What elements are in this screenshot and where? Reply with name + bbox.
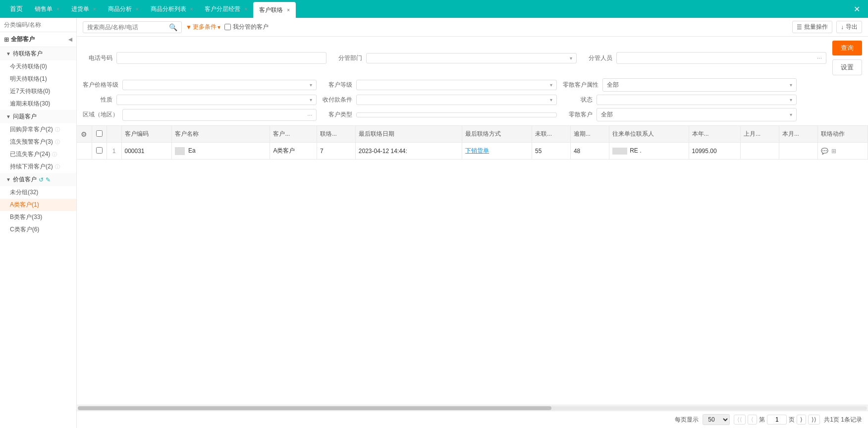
table-gear-icon[interactable]: ⚙ xyxy=(81,130,87,138)
declining-customers[interactable]: 持续下滑客户(2) ⓘ xyxy=(0,160,76,173)
export-button[interactable]: ↓ 导出 xyxy=(836,21,862,33)
row-name: Ea xyxy=(171,143,270,160)
customer-level-select[interactable]: ▾ xyxy=(356,80,556,90)
row-checkbox[interactable] xyxy=(96,147,103,154)
a-class-customers[interactable]: A类客户(1) xyxy=(0,199,76,211)
app-close-button[interactable]: ✕ xyxy=(850,4,864,14)
value-customers-section[interactable]: ▼ 价值客户 ↺ ✎ xyxy=(0,173,76,186)
region-dots-icon[interactable]: ··· xyxy=(307,111,312,118)
person-dots-icon[interactable]: ··· xyxy=(817,54,822,61)
price-grade-select[interactable]: ▾ xyxy=(122,80,317,90)
scroll-track xyxy=(78,406,867,410)
settings-button[interactable]: 设置 xyxy=(832,59,862,75)
payment-dropdown-icon: ▾ xyxy=(550,97,552,103)
today-pending[interactable]: 今天待联络(0) xyxy=(0,60,76,73)
name-avatar xyxy=(175,147,185,155)
tomorrow-pending[interactable]: 明天待联络(1) xyxy=(0,73,76,85)
table-wrapper[interactable]: ⚙ 客户编码 客户名称 客户... 联络... 最后联络日期 最后联络方式 xyxy=(77,126,868,405)
unclassified-group[interactable]: 未分组(32) xyxy=(0,186,76,199)
last-page-button[interactable]: ⟩⟩ xyxy=(808,415,820,425)
refresh-icon[interactable]: ↺ xyxy=(39,176,44,183)
customer-level-filter: 客户等级 ▾ xyxy=(323,80,556,90)
tab-product-analysis[interactable]: 商品分析 × xyxy=(102,0,145,18)
info-icon-2: ⓘ xyxy=(55,139,60,146)
payment-select[interactable]: ▾ xyxy=(356,95,556,105)
region-filter: 区域（地区） ··· xyxy=(83,109,317,121)
nature-dropdown-icon: ▾ xyxy=(310,97,312,103)
chat-icon[interactable]: 💬 xyxy=(821,148,828,155)
tab-customer-contact[interactable]: 客户联络 × xyxy=(253,2,296,18)
sidebar-search-input[interactable] xyxy=(4,21,77,28)
section-arrow-3: ▼ xyxy=(6,177,11,182)
c-class-customers[interactable]: C类客户(6) xyxy=(0,223,76,236)
row-contact: 7 xyxy=(317,143,355,160)
payment-filter: 收付款条件 ▾ xyxy=(323,95,556,105)
retail-attr-select[interactable]: 全部 ▾ xyxy=(602,78,797,92)
retail-customer-dropdown-icon: ▾ xyxy=(790,112,792,117)
close-customer-layered-tab[interactable]: × xyxy=(244,6,247,12)
nature-select[interactable]: ▾ xyxy=(116,95,317,105)
select-all-checkbox[interactable] xyxy=(96,130,103,137)
first-page-button[interactable]: ⟨⟨ xyxy=(734,415,746,425)
tab-sales[interactable]: 销售单 × xyxy=(29,0,65,18)
close-customer-contact-tab[interactable]: × xyxy=(287,7,290,13)
search-box: 🔍 xyxy=(83,21,182,33)
info-icon-1: ⓘ xyxy=(55,126,60,133)
close-product-list-tab[interactable]: × xyxy=(190,6,193,12)
tab-customer-layered[interactable]: 客户分层经营 × xyxy=(199,0,253,18)
filter-row-4: 区域（地区） ··· 客户类型 零散客户 全部 ▾ xyxy=(83,108,862,121)
person-select[interactable]: ··· xyxy=(616,52,826,64)
more-filters-button[interactable]: ▼ 更多条件 ▾ xyxy=(186,23,220,31)
pagination-nav: ⟨⟨ ⟨ 第 页 ⟩ ⟩⟩ xyxy=(734,415,820,425)
search-input[interactable] xyxy=(87,24,167,31)
row-no-contact: 55 xyxy=(532,143,571,160)
page-size-select[interactable]: 50 100 200 xyxy=(703,414,730,425)
page-input[interactable] xyxy=(767,415,787,425)
my-customers-checkbox[interactable] xyxy=(224,24,231,30)
all-customers-header[interactable]: ⊞ 全部客户 ◀ xyxy=(0,32,76,47)
retail-customer-select[interactable]: 全部 ▾ xyxy=(597,108,797,121)
status-select[interactable]: ▾ xyxy=(597,95,797,105)
repurchase-abnormal[interactable]: 回购异常客户(2) ⓘ xyxy=(0,123,76,136)
col-last-month: 上月... xyxy=(741,126,779,143)
scroll-thumb[interactable] xyxy=(78,406,551,410)
horizontal-scrollbar[interactable] xyxy=(77,405,868,411)
row-last-method[interactable]: 下销货单 xyxy=(462,143,532,160)
company-contact-avatar xyxy=(612,148,627,155)
home-tab[interactable]: 首页 xyxy=(4,4,29,13)
row-company-contact: RE . xyxy=(609,143,689,160)
prev-page-button[interactable]: ⟨ xyxy=(748,415,757,425)
phone-input[interactable] xyxy=(116,52,326,64)
customer-type-select[interactable] xyxy=(356,112,556,117)
overdue-contact[interactable]: 逾期未联络(30) xyxy=(0,98,76,110)
b-class-customers[interactable]: B类客户(33) xyxy=(0,211,76,223)
phone-filter: 电话号码 xyxy=(83,52,326,64)
region-select[interactable]: ··· xyxy=(122,109,317,121)
advanced-filter: 电话号码 分管部门 ▾ 分管人员 ··· xyxy=(77,37,868,126)
grid-icon: ⊞ xyxy=(4,36,9,43)
col-contact: 联络... xyxy=(317,126,355,143)
tab-product-list[interactable]: 商品分析列表 × xyxy=(145,0,199,18)
retail-attr-filter: 零散客户属性 全部 ▾ xyxy=(563,78,797,92)
close-sales-tab[interactable]: × xyxy=(56,6,59,12)
close-purchase-tab[interactable]: × xyxy=(93,6,96,12)
churn-warning[interactable]: 流失预警客户(3) ⓘ xyxy=(0,136,76,148)
already-churned[interactable]: 已流失客户(24) ⓘ xyxy=(0,148,76,160)
more-action-icon[interactable]: ⊞ xyxy=(831,148,836,155)
col-settings[interactable]: ⚙ xyxy=(77,126,92,143)
query-button[interactable]: 查询 xyxy=(832,41,862,55)
week-pending[interactable]: 近7天待联络(0) xyxy=(0,85,76,98)
export-icon: ↓ xyxy=(841,24,844,31)
price-grade-filter: 客户价格等级 ▾ xyxy=(83,80,317,90)
dept-select[interactable]: ▾ xyxy=(366,53,576,63)
problem-customers-section[interactable]: ▼ 问题客户 xyxy=(0,110,76,123)
search-submit-icon[interactable]: 🔍 xyxy=(169,23,177,31)
col-customer-code: 客户编码 xyxy=(121,126,171,143)
next-page-button[interactable]: ⟩ xyxy=(797,415,806,425)
tab-purchase[interactable]: 进货单 × xyxy=(65,0,102,18)
edit-icon[interactable]: ✎ xyxy=(46,176,51,183)
col-last-date: 最后联络日期 xyxy=(355,126,462,143)
pending-contact-section[interactable]: ▼ 待联络客户 xyxy=(0,47,76,60)
batch-op-button[interactable]: ☰ 批量操作 xyxy=(792,21,832,33)
close-product-analysis-tab[interactable]: × xyxy=(136,6,139,12)
